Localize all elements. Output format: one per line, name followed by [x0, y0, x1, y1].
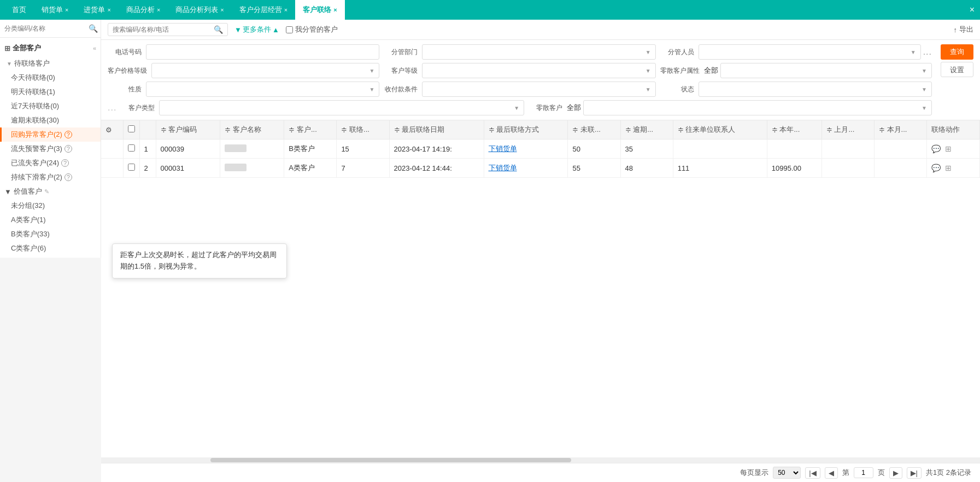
cell-seq-1: 1	[139, 140, 156, 159]
manager-select[interactable]: ▼	[699, 44, 921, 60]
dept-select[interactable]: ▼	[422, 44, 655, 60]
nav-analysis-list-close[interactable]: ×	[220, 7, 224, 13]
nav-analysis[interactable]: 商品分析 ×	[119, 0, 168, 20]
price-level-select[interactable]: ▼	[151, 63, 379, 78]
nav-home[interactable]: 首页	[4, 0, 34, 20]
sort-name-icon: ≑	[225, 125, 231, 133]
abnormal-info-icon[interactable]: ?	[64, 131, 72, 138]
cell-not-contact-1: 50	[568, 140, 620, 159]
edit-value-icon[interactable]: ✎	[44, 188, 49, 195]
col-code[interactable]: ≑ 客户编码	[156, 120, 220, 140]
row4-dots-button[interactable]: ...	[108, 103, 116, 113]
sort-related-icon: ≑	[678, 125, 684, 133]
col-this-month[interactable]: ≑ 本月...	[874, 120, 926, 140]
nav-customer-contact[interactable]: 客户联络 ×	[295, 0, 344, 20]
row1-checkbox[interactable]	[128, 144, 135, 152]
nav-analysis-close[interactable]: ×	[157, 7, 160, 13]
row2-checkbox[interactable]	[128, 164, 135, 171]
sidebar-item-lost[interactable]: 已流失客户(24) ?	[0, 156, 101, 170]
arrow-down-icon: ▼	[7, 61, 12, 67]
select-all-checkbox[interactable]	[128, 125, 135, 132]
contact-icon-1[interactable]: 💬	[931, 144, 941, 153]
status-select[interactable]: ▼	[699, 82, 932, 97]
contact-icon-2[interactable]: 💬	[931, 164, 941, 172]
retail-cust-select[interactable]: ▼	[583, 100, 932, 115]
sidebar-item-abnormal[interactable]: 回购异常客户(2) ?	[0, 127, 101, 142]
col-related-person[interactable]: ≑ 往来单位联系人	[673, 120, 767, 140]
nav-purchase[interactable]: 进货单 ×	[76, 0, 118, 20]
search-input[interactable]	[113, 26, 214, 33]
more-icon-2[interactable]: ⊞	[945, 164, 952, 172]
col-contact-count[interactable]: ≑ 联络...	[337, 120, 389, 140]
cell-last-month-2	[821, 159, 874, 178]
gender-select[interactable]: ▼	[146, 82, 379, 97]
total-records-label: 共1页 2条记录	[926, 468, 971, 478]
search-box: 🔍	[108, 23, 228, 36]
table-header-row: ⚙ ≑ 客户编码 ≑ 客户名称 ≑ 客户... ≑ 联络... ≑ 最后联络日期…	[101, 120, 980, 140]
search-submit-icon[interactable]: 🔍	[214, 25, 223, 34]
sidebar-pending-contact-group[interactable]: ▼ 待联络客户	[0, 56, 101, 71]
cust-type-select[interactable]: ▼	[159, 100, 524, 115]
nav-sales[interactable]: 销货单 ×	[34, 0, 76, 20]
payment-select[interactable]: ▼	[422, 82, 655, 97]
sidebar-item-c-class[interactable]: C类客户(6)	[0, 241, 101, 255]
horizontal-scrollbar[interactable]	[101, 457, 980, 463]
sidebar-item-warn-lost[interactable]: 流失预警客户(3) ?	[0, 142, 101, 156]
cust-level-select[interactable]: ▼	[422, 63, 655, 78]
nav-sales-close[interactable]: ×	[65, 7, 68, 13]
col-last-month[interactable]: ≑ 上月...	[821, 120, 874, 140]
sidebar-item-tomorrow[interactable]: 明天待联络(1)	[0, 85, 101, 99]
manager-dots-button[interactable]: ...	[923, 47, 932, 57]
nav-customer-contact-close[interactable]: ×	[333, 7, 337, 13]
warn-lost-info-icon[interactable]: ?	[64, 145, 72, 153]
col-last-date[interactable]: ≑ 最后联络日期	[389, 120, 484, 140]
nav-customer-ops[interactable]: 客户分层经营 ×	[232, 0, 295, 20]
declining-info-icon[interactable]: ?	[64, 173, 72, 181]
sidebar-item-a-class[interactable]: A类客户(1)	[0, 213, 101, 227]
phone-input[interactable]	[146, 44, 379, 60]
col-this-year[interactable]: ≑ 本年...	[767, 120, 821, 140]
retail-attr-select[interactable]: ▼	[720, 63, 932, 78]
col-overdue[interactable]: ≑ 逾期...	[620, 120, 673, 140]
col-cust-type[interactable]: ≑ 客户...	[284, 120, 337, 140]
sidebar-item-ungroup[interactable]: 未分组(32)	[0, 199, 101, 213]
query-button[interactable]: 查询	[941, 44, 973, 60]
filter-cust-level: 客户等级 ▼	[384, 63, 655, 78]
lost-info-icon[interactable]: ?	[61, 159, 69, 167]
retail-attr-arrow: ▼	[922, 68, 927, 74]
col-settings[interactable]: ⚙	[101, 120, 123, 140]
more-filter-button[interactable]: ▼ 更多条件 ▲	[234, 25, 279, 34]
sidebar-item-b-class[interactable]: B类客户(33)	[0, 227, 101, 241]
sidebar-item-declining[interactable]: 持续下滑客户(2) ?	[0, 170, 101, 184]
col-not-contact[interactable]: ≑ 未联...	[568, 120, 620, 140]
sidebar-value-group[interactable]: ▼ 价值客户 ✎	[0, 184, 101, 199]
filter-retail-attr: 零散客户属性 全部 ▼	[660, 63, 932, 78]
sidebar-search-icon[interactable]: 🔍	[89, 24, 98, 33]
sidebar-collapse-icon[interactable]: «	[93, 45, 96, 51]
next-page-button[interactable]: ▶	[889, 467, 902, 479]
more-icon-1[interactable]: ⊞	[945, 144, 952, 153]
sidebar-item-7days[interactable]: 近7天待联络(0)	[0, 99, 101, 113]
export-button[interactable]: ↑ 导出	[954, 25, 974, 34]
sidebar-all-customers[interactable]: ⊞ 全部客户 «	[0, 40, 101, 56]
nav-customer-ops-close[interactable]: ×	[284, 7, 287, 13]
page-input[interactable]	[854, 467, 873, 478]
cell-last-way-1[interactable]: 下销货单	[484, 140, 568, 159]
nav-analysis-list[interactable]: 商品分析列表 ×	[168, 0, 231, 20]
per-page-select[interactable]: 50 100 200	[773, 467, 801, 479]
prev-page-button[interactable]: ◀	[825, 467, 838, 479]
nav-purchase-close[interactable]: ×	[107, 7, 110, 13]
cell-last-way-2[interactable]: 下销货单	[484, 159, 568, 178]
col-last-way[interactable]: ≑ 最后联络方式	[484, 120, 568, 140]
scrollbar-thumb[interactable]	[210, 458, 571, 462]
window-close-button[interactable]: ×	[970, 5, 975, 15]
sidebar-search-input[interactable]	[4, 25, 86, 32]
col-name[interactable]: ≑ 客户名称	[220, 120, 284, 140]
first-page-button[interactable]: |◀	[805, 467, 820, 479]
payment-arrow: ▼	[645, 86, 651, 92]
sidebar-item-today[interactable]: 今天待联络(0)	[0, 71, 101, 85]
last-page-button[interactable]: ▶|	[907, 467, 922, 479]
sidebar-item-overdue[interactable]: 逾期未联络(30)	[0, 113, 101, 127]
my-customers-checkbox[interactable]	[286, 26, 293, 33]
setting-button[interactable]: 设置	[941, 62, 973, 77]
